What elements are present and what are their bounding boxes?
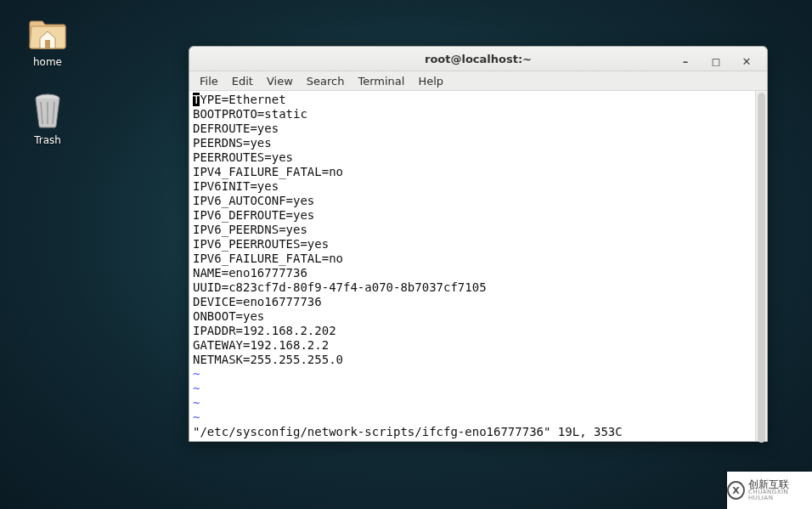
menu-view[interactable]: View (260, 71, 300, 90)
terminal-line: IPV6INIT=yes (193, 179, 752, 194)
terminal-output[interactable]: TYPE=EthernetBOOTPROTO=staticDEFROUTE=ye… (189, 91, 755, 441)
window-titlebar[interactable]: root@localhost:~ – ◻ ✕ (189, 47, 767, 71)
scrollbar-thumb[interactable] (758, 93, 765, 443)
terminal-line: YPE=Ethernet (200, 93, 285, 106)
close-button[interactable]: ✕ (731, 49, 762, 73)
maximize-button[interactable]: ◻ (701, 49, 731, 73)
vim-tilde-line: ~ (193, 367, 752, 382)
desktop-icon-home[interactable]: home (20, 12, 75, 68)
terminal-line: IPADDR=192.168.2.202 (193, 324, 752, 338)
menu-search[interactable]: Search (300, 71, 352, 90)
terminal-line: NETMASK=255.255.255.0 (193, 353, 752, 367)
minimize-button[interactable]: – (670, 49, 701, 73)
minimize-icon: – (683, 55, 689, 68)
window-title: root@localhost:~ (425, 53, 532, 65)
home-folder-icon (27, 12, 68, 53)
watermark: X 创新互联 CHUANGXIN HULIAN (727, 472, 812, 509)
desktop-icons: home Trash (20, 12, 75, 146)
terminal-line: IPV4_FAILURE_FATAL=no (193, 165, 752, 179)
terminal-line: IPV6_PEERROUTES=yes (193, 237, 752, 252)
menu-help[interactable]: Help (411, 71, 450, 90)
close-icon: ✕ (742, 55, 752, 68)
terminal-scrollbar[interactable] (755, 91, 767, 441)
vim-status-line: "/etc/sysconfig/network-scripts/ifcfg-en… (193, 425, 752, 439)
terminal-line: PEERROUTES=yes (193, 150, 752, 165)
terminal-line: IPV6_PEERDNS=yes (193, 223, 752, 237)
terminal-line: IPV6_FAILURE_FATAL=no (193, 252, 752, 266)
terminal-line: ONBOOT=yes (193, 309, 752, 324)
terminal-line: NAME=eno16777736 (193, 266, 752, 280)
menu-terminal[interactable]: Terminal (351, 71, 411, 90)
terminal-line: DEVICE=eno16777736 (193, 295, 752, 309)
terminal-wrap: TYPE=EthernetBOOTPROTO=staticDEFROUTE=ye… (189, 91, 767, 441)
svg-rect-0 (45, 40, 50, 48)
desktop-icon-label: home (33, 56, 62, 68)
desktop-icon-label: Trash (34, 134, 61, 146)
terminal-line: IPV6_DEFROUTE=yes (193, 208, 752, 223)
menu-edit[interactable]: Edit (225, 71, 260, 90)
vim-tilde-line: ~ (193, 410, 752, 425)
terminal-window: root@localhost:~ – ◻ ✕ File Edit View Se… (189, 46, 768, 442)
terminal-line: DEFROUTE=yes (193, 122, 752, 136)
terminal-line: GATEWAY=192.168.2.2 (193, 338, 752, 353)
trash-icon (27, 90, 68, 131)
window-controls: – ◻ ✕ (670, 47, 762, 76)
terminal-line: IPV6_AUTOCONF=yes (193, 194, 752, 208)
maximize-icon: ◻ (712, 55, 721, 68)
vim-tilde-line: ~ (193, 382, 752, 396)
desktop-icon-trash[interactable]: Trash (20, 90, 75, 146)
terminal-line: BOOTPROTO=static (193, 107, 752, 122)
terminal-line: UUID=c823cf7d-80f9-47f4-a070-8b7037cf710… (193, 280, 752, 295)
watermark-logo-icon: X (727, 481, 745, 500)
watermark-sub: CHUANGXIN HULIAN (748, 489, 812, 501)
desktop: home Trash root@localhost:~ – ◻ ✕ (0, 0, 812, 509)
terminal-line: PEERDNS=yes (193, 136, 752, 150)
vim-tilde-line: ~ (193, 396, 752, 410)
menu-file[interactable]: File (193, 71, 225, 90)
